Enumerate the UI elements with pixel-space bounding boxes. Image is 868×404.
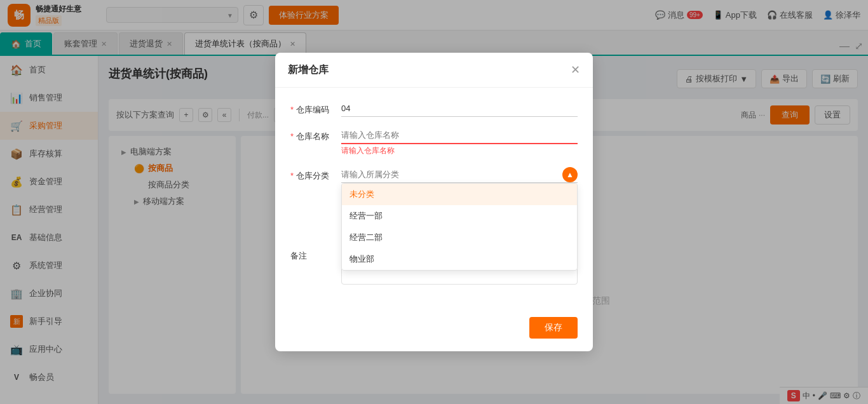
category-dropdown-arrow[interactable]: ▲ [562, 167, 578, 182]
save-button[interactable]: 保存 [529, 317, 578, 339]
dialog-body: * 仓库编码 * 仓库名称 请输入仓库名称 [275, 88, 593, 309]
form-row-name: * 仓库名称 请输入仓库名称 [290, 127, 578, 156]
name-error-msg: 请输入仓库名称 [341, 145, 578, 156]
dropdown-option-3[interactable]: 物业部 [342, 248, 577, 270]
code-control [341, 100, 578, 117]
name-input[interactable] [341, 127, 578, 144]
dialog-header: 新增仓库 ✕ [275, 53, 593, 88]
dialog-overlay[interactable]: 新增仓库 ✕ * 仓库编码 * 仓库名称 [0, 0, 868, 404]
dialog: 新增仓库 ✕ * 仓库编码 * 仓库名称 [275, 53, 593, 351]
form-row-code: * 仓库编码 [290, 100, 578, 117]
required-star3: * [290, 171, 294, 180]
dialog-footer: 保存 [275, 309, 593, 351]
required-star: * [290, 105, 294, 114]
category-dropdown-list: 未分类 经营一部 经营二部 物业部 [341, 183, 578, 271]
name-label: * 仓库名称 [290, 127, 341, 142]
form-row-category: * 仓库分类 ▲ 未分类 经营一部 经营二部 物业部 [290, 166, 578, 183]
dropdown-option-2[interactable]: 经营二部 [342, 227, 577, 248]
dropdown-option-0[interactable]: 未分类 [342, 184, 577, 205]
category-input[interactable] [341, 166, 578, 183]
category-control: ▲ 未分类 经营一部 经营二部 物业部 [341, 166, 578, 183]
code-label: * 仓库编码 [290, 100, 341, 116]
code-input[interactable] [341, 100, 578, 117]
category-label: * 仓库分类 [290, 166, 341, 182]
dialog-title: 新增仓库 [288, 64, 329, 77]
notes-label: 备注 [290, 246, 341, 262]
dropdown-option-1[interactable]: 经营一部 [342, 205, 577, 227]
required-star2: * [290, 131, 294, 141]
dialog-close-btn[interactable]: ✕ [571, 63, 580, 77]
name-control: 请输入仓库名称 [341, 127, 578, 156]
